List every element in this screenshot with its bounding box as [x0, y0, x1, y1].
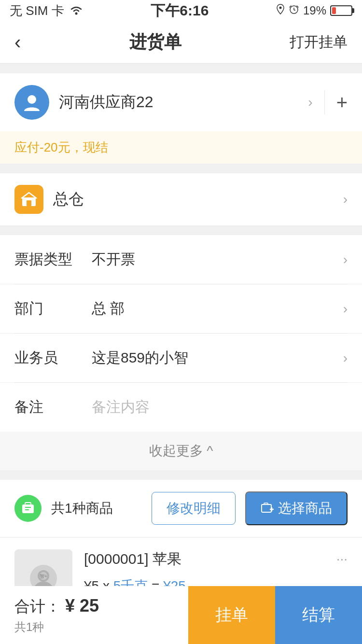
page-title: 进货单 [129, 30, 181, 54]
salesperson-row[interactable]: 业务员 这是859的小智 › [0, 334, 362, 382]
gap-3 [0, 225, 362, 235]
location-icon [276, 4, 285, 17]
back-button[interactable]: ‹ [14, 31, 21, 53]
status-time: 下午6:16 [151, 1, 209, 21]
salesperson-value: 这是859的小智 [82, 348, 343, 368]
svg-text:智+: 智+ [39, 574, 47, 579]
products-header: 共1种商品 修改明细 选择商品 [0, 480, 362, 537]
svg-point-1 [279, 7, 281, 9]
department-row[interactable]: 部门 总 部 › [0, 284, 362, 333]
remark-row[interactable]: 备注 备注内容 [0, 383, 362, 432]
select-product-button[interactable]: 选择商品 [245, 491, 348, 525]
status-bar: 无 SIM 卡 下午6:16 19% [0, 0, 362, 21]
gap-1 [0, 64, 362, 73]
remark-label: 备注 [14, 397, 82, 417]
hold-button[interactable]: 挂单 [188, 586, 275, 644]
total-label: 合计： [14, 598, 61, 615]
footer-count: 共1种 [14, 619, 174, 635]
footer-total: 合计： ¥ 25 [14, 596, 174, 617]
alarm-icon [289, 4, 299, 17]
product-code: [0000001] [84, 551, 148, 567]
salesperson-label: 业务员 [14, 348, 82, 368]
notice-text: 应付-20元，现结 [14, 140, 108, 154]
warehouse-chevron-icon: › [343, 192, 348, 207]
department-chevron-icon: › [343, 301, 348, 317]
invoice-value: 不开票 [82, 250, 343, 269]
warehouse-icon [14, 185, 43, 214]
product-more-button[interactable]: ··· [336, 551, 348, 567]
supplier-divider [324, 90, 325, 114]
battery-text: 19% [303, 4, 326, 17]
status-left: 无 SIM 卡 [10, 2, 84, 19]
add-supplier-button[interactable]: + [336, 92, 348, 113]
select-product-label: 选择商品 [278, 499, 332, 518]
supplier-section: 河南供应商22 › + [0, 73, 362, 131]
battery-icon [330, 5, 352, 16]
nav-bar: ‹ 进货单 打开挂单 [0, 21, 362, 64]
product-fruit: 苹果 [153, 551, 181, 567]
collapse-bar[interactable]: 收起更多 ^ [0, 432, 362, 470]
svg-rect-11 [262, 504, 271, 512]
warehouse-section[interactable]: 总仓 › [0, 173, 362, 225]
salesperson-chevron-icon: › [343, 350, 348, 366]
svg-rect-7 [27, 200, 31, 206]
carrier-text: 无 SIM 卡 [10, 2, 64, 19]
svg-point-5 [28, 95, 36, 104]
edit-detail-button[interactable]: 修改明细 [152, 492, 236, 525]
gap-2 [0, 164, 362, 173]
remark-value[interactable]: 备注内容 [82, 397, 348, 417]
footer-summary: 合计： ¥ 25 共1种 [0, 586, 188, 644]
total-amount: ¥ 25 [65, 596, 99, 616]
supplier-chevron-icon: › [308, 95, 312, 110]
gap-4 [0, 470, 362, 480]
checkout-label: 结算 [302, 604, 335, 626]
product-count-icon [14, 495, 42, 522]
warehouse-name: 总仓 [53, 189, 343, 210]
department-value: 总 部 [82, 299, 343, 319]
notice-bar: 应付-20元，现结 [0, 131, 362, 164]
product-name: [0000001] 苹果 [84, 549, 325, 569]
hold-label: 挂单 [215, 604, 248, 626]
supplier-name[interactable]: 河南供应商22 [59, 92, 308, 113]
status-right: 19% [276, 4, 352, 17]
wifi-icon [69, 3, 84, 18]
open-pending-button[interactable]: 打开挂单 [290, 32, 348, 52]
svg-rect-8 [22, 504, 34, 513]
department-label: 部门 [14, 299, 82, 319]
svg-point-0 [75, 12, 77, 14]
invoice-chevron-icon: › [343, 252, 348, 267]
checkout-button[interactable]: 结算 [275, 586, 362, 644]
collapse-label: 收起更多 ^ [149, 442, 213, 460]
invoice-label: 票据类型 [14, 250, 82, 269]
product-count-text: 共1种商品 [51, 499, 142, 518]
footer: 合计： ¥ 25 共1种 挂单 结算 [0, 586, 362, 644]
invoice-row[interactable]: 票据类型 不开票 › [0, 235, 362, 284]
supplier-avatar [14, 85, 49, 120]
